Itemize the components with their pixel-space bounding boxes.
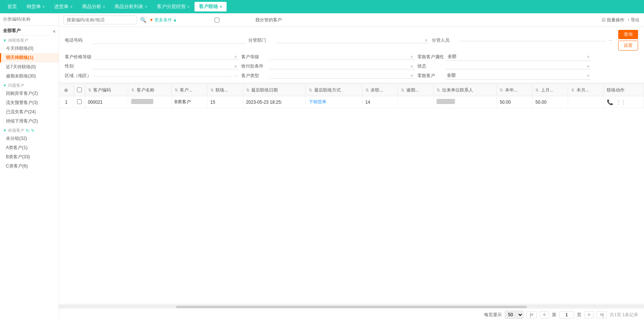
sidebar-item-declining[interactable]: 持续下滑客户(2) (0, 117, 59, 126)
export-btn[interactable]: ↑ 导出 (627, 17, 640, 23)
group-value-edit-icon[interactable]: ✎ (31, 128, 35, 133)
th-sort-icon-type: ⇅ (175, 88, 178, 92)
bulk-op-btn[interactable]: ☑ 批量操作 (602, 17, 624, 23)
td-this-year: 50.00 (497, 96, 532, 108)
filter-retail-attr-cell: 零散客户属性 全部 ∨ (417, 53, 591, 61)
horizontal-scrollbar[interactable] (59, 305, 644, 308)
my-customers-checkbox[interactable] (180, 18, 254, 23)
nav-customer-segment-label: 客户分层经营 (157, 3, 186, 10)
content-area: 🔍 ▼ 更多条件 ▲ 我分管的客户 ☑ 批量操作 ↑ 导出 (59, 13, 644, 321)
customer-name-blurred (131, 99, 153, 104)
page-last-btn[interactable]: >| (596, 311, 607, 318)
search-input[interactable] (63, 15, 137, 24)
select-all-checkbox[interactable] (77, 87, 82, 92)
page-number-input[interactable] (559, 311, 574, 318)
action-menu-icon[interactable]: ⋮⋮ (616, 99, 626, 105)
nav-customer-contact[interactable]: 客户联络 × (195, 2, 226, 11)
sidebar-item-ungrouped[interactable]: 未分组(32) (0, 134, 59, 143)
nav-product-analysis-list[interactable]: 商品分析列表 × (110, 2, 151, 11)
query-btn[interactable]: 查询 (618, 30, 638, 39)
table-header-row: ⚙ ⇅ 客户编码 ⇅ 客户名称 ⇅ 客户... (59, 84, 644, 96)
filter-price-level-select[interactable]: ∨ (94, 54, 238, 60)
filter-dept-chevron: ∨ (425, 38, 427, 42)
filter-person-more-dots[interactable]: ··· (609, 38, 612, 43)
filter-status-select[interactable]: ∨ (445, 63, 591, 69)
th-settings[interactable]: ⚙ (59, 84, 74, 96)
nav-customer-contact-close[interactable]: × (220, 4, 222, 9)
filter-dept-select[interactable]: ∨ (276, 37, 429, 43)
search-btn-icon[interactable]: 🔍 (140, 17, 146, 23)
filter-actions: 查询 设置 (618, 30, 638, 51)
td-checkbox[interactable] (74, 96, 85, 108)
filter-customer-level-select[interactable]: ∨ (269, 54, 415, 60)
group-pending-triangle: ▼ (3, 38, 7, 42)
my-customers-checkbox-label[interactable]: 我分管的客户 (180, 17, 282, 23)
nav-sales-order[interactable]: 销货单 × (22, 2, 49, 11)
filter-customer-type-select[interactable]: ∨ (269, 73, 415, 79)
sidebar-collapse-icon[interactable]: « (53, 28, 56, 34)
page-next-btn[interactable]: > (584, 311, 594, 318)
nav-customer-segment[interactable]: 客户分层经营 × (153, 2, 194, 11)
page-prev-btn[interactable]: < (540, 311, 549, 318)
sidebar-item-today[interactable]: 今天待联络(0) (0, 44, 59, 53)
td-overdue (398, 96, 434, 108)
th-checkbox[interactable] (74, 84, 85, 96)
filter-retail-customer-cell: 零散客户 全部 ∨ (417, 72, 591, 80)
all-customers-label: 全部客户 (3, 28, 21, 34)
filter-nature-select[interactable]: ∨ (93, 63, 238, 69)
sidebar-search-input[interactable] (3, 17, 58, 22)
last-contact-method-link[interactable]: 下销货单 (309, 99, 326, 104)
nav-purchase-order[interactable]: 进货单 × (50, 2, 77, 11)
group-value-label: 价值客户 (8, 128, 24, 133)
filter-dept-label: 分管部门 (248, 37, 274, 44)
sidebar-item-churned[interactable]: 已流失客户(24) (0, 107, 59, 117)
filter-person-cell: 分管人员 ··· (432, 37, 612, 44)
th-overdue: ⇅ 逾期... (398, 84, 434, 96)
sidebar-item-7days[interactable]: 近7天待联络(0) (0, 62, 59, 72)
filter-retail-customer-select[interactable]: 全部 ∨ (445, 72, 591, 80)
th-uncontacted: ⇅ 未联... (362, 84, 398, 96)
filter-region-input[interactable] (94, 75, 232, 77)
page-first-btn[interactable]: |< (526, 311, 537, 318)
group-value-customers: ▼ 价值客户 ↻ ✎ (0, 126, 59, 134)
filter-row-3: 性别 ∨ 收付款条件 ∨ 状态 (65, 63, 638, 69)
nav-product-analysis-close[interactable]: × (103, 4, 105, 9)
row-checkbox[interactable] (77, 99, 82, 104)
filter-retail-attr-value: 全部 (448, 54, 456, 60)
all-customers-header[interactable]: 全部客户 « (0, 25, 59, 36)
th-sort-icon-name: ⇅ (131, 88, 134, 92)
sidebar-item-tomorrow[interactable]: 明天待联络(1) (0, 53, 59, 62)
filter-retail-customer-chevron: ∨ (587, 73, 589, 77)
sidebar-item-repurchase-abnormal[interactable]: 回购异常客户(2) (0, 89, 59, 98)
nav-customer-segment-close[interactable]: × (187, 4, 189, 9)
filter-person-input[interactable] (460, 39, 606, 41)
filter-row-4: 区域（地区） ··· 客户类型 ∨ 零散客户 全部 ∨ (65, 72, 638, 80)
action-phone-icon[interactable]: 📞 (607, 99, 613, 105)
filter-region-more-dots[interactable]: ··· (235, 73, 238, 78)
sidebar-item-class-b[interactable]: B类客户(33) (0, 152, 59, 162)
per-page-select[interactable]: 50 100 200 (505, 311, 524, 319)
th-sort-icon-company: ⇅ (437, 88, 440, 92)
group-problem-label: 问题客户 (8, 83, 24, 88)
td-customer-code: 000021 (85, 96, 128, 108)
filter-status-label: 状态 (417, 63, 443, 69)
filter-phone-input[interactable] (93, 37, 245, 44)
filter-retail-attr-select[interactable]: 全部 ∨ (446, 53, 591, 61)
sidebar-item-class-a[interactable]: A类客户(1) (0, 143, 59, 152)
nav-sales-order-close[interactable]: × (42, 4, 45, 9)
nav-product-analysis-list-close[interactable]: × (145, 4, 147, 9)
filter-payment-select[interactable]: ∨ (269, 63, 415, 69)
sidebar-item-class-c[interactable]: C类客户(6) (0, 162, 59, 171)
set-btn[interactable]: 设置 (618, 41, 638, 51)
filter-nature-label: 性别 (65, 63, 91, 69)
nav-product-analysis[interactable]: 商品分析 × (78, 2, 109, 11)
group-value-refresh-icon[interactable]: ↻ (26, 128, 29, 133)
nav-purchase-order-close[interactable]: × (70, 4, 72, 9)
th-sort-icon-uncontacted: ⇅ (365, 88, 369, 92)
sidebar-item-churn-warning[interactable]: 流失预警客户(3) (0, 98, 59, 107)
td-last-month: 50.00 (532, 96, 568, 108)
th-sort-icon-year: ⇅ (500, 88, 503, 92)
sidebar-item-overdue[interactable]: 逾期未联络(30) (0, 72, 59, 81)
nav-home[interactable]: 首页 (3, 2, 21, 11)
more-filter-btn[interactable]: ▼ 更多条件 ▲ (149, 17, 177, 23)
